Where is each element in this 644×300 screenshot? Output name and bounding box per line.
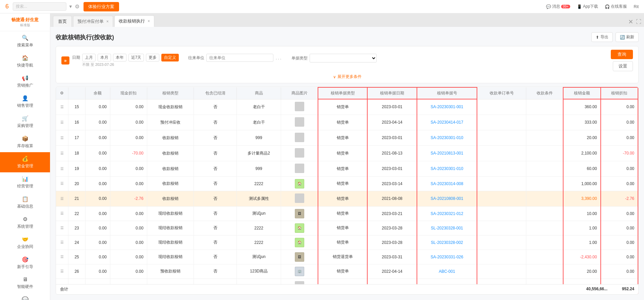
cell-verify-bill-no[interactable]: SA-20230331-026 [417, 250, 477, 264]
maximize-window-btn[interactable]: ⛶ [636, 19, 641, 25]
cell-included-settled: 否 [194, 99, 237, 115]
cell-product: 测试jun [237, 250, 281, 264]
cell-cash-discount: 0.00 [110, 264, 147, 278]
sidebar-item-marketing[interactable]: 📢 营销推广 [0, 72, 50, 92]
cell-index: ☰ [56, 130, 68, 145]
sidebar-item-sales[interactable]: 👤 销售管理 [0, 92, 50, 112]
search-bar[interactable]: 搜索... [13, 2, 66, 11]
col-seq [68, 87, 86, 99]
cell-verify-discount: 0.00 [601, 115, 638, 130]
cell-seq: 20 [68, 176, 86, 191]
cell-verify-discount: 0.00 [601, 176, 638, 191]
cell-seq: 19 [68, 161, 86, 176]
tab-prepay[interactable]: 预付冲应付单 × [73, 16, 113, 27]
partner-input[interactable] [206, 54, 273, 62]
sidebar-item-wechat[interactable]: 💬 企业微信 [0, 293, 50, 300]
cell-receipt-condition [526, 250, 564, 264]
cell-verify-bill-no[interactable]: SL-20230328-001 [417, 221, 477, 235]
cell-verify-discount: -2.76 [601, 191, 638, 206]
sidebar-item-quicknav[interactable]: 🏠 快捷导航 [0, 51, 50, 72]
sidebar-item-inventory[interactable]: 📦 库存核算 [0, 132, 50, 152]
col-product-img: 商品图片 [281, 87, 318, 99]
cell-verify-bill-no[interactable]: SA-20230301-010 [417, 130, 477, 145]
cell-verify-bill-date: 2023-03-28 [367, 235, 417, 250]
cell-verify-bill-no[interactable]: SA-20230301-001 [417, 99, 477, 115]
date-this-month[interactable]: 本月 [98, 54, 111, 61]
cell-verify-bill-no[interactable]: SA-20210808-001 [417, 191, 477, 206]
sidebar-item-basic[interactable]: 📋 基础信息 [0, 192, 50, 213]
tab-verify-close[interactable]: × [148, 19, 150, 24]
cell-cash-discount: 0.00 [110, 99, 147, 115]
ellipsis-icon[interactable]: ... [275, 55, 282, 61]
settings-icon[interactable]: ⚙ [75, 3, 79, 10]
sidebar-item-finance[interactable]: 💰 资金管理 [0, 152, 50, 172]
sidebar: 畅捷通·好生意 标准版 🔍 搜索菜单 🏠 快捷导航 📢 营销推广 👤 销售管理 … [0, 13, 50, 300]
close-window-btn[interactable]: ✕ [628, 18, 633, 26]
cell-balance: 0.00 [86, 221, 110, 235]
cell-receipt-condition [526, 145, 564, 161]
query-button[interactable]: 查询 [611, 50, 633, 59]
bill-type-select[interactable] [310, 54, 377, 62]
date-more[interactable]: 更多 [146, 54, 159, 61]
tab-verify[interactable]: 收款核销执行 × [114, 15, 154, 27]
cell-verify-amount: 3,390.00 [563, 191, 600, 206]
cell-verify-bill-type: 销货单 [318, 130, 367, 145]
cell-verify-bill-type: 销货单 [318, 191, 367, 206]
date-last-month[interactable]: 上月 [82, 54, 96, 61]
cell-verify-bill-no[interactable]: SA-20230301-010 [417, 161, 477, 176]
sidebar-item-hardware[interactable]: 🖥 智能硬件 [0, 273, 50, 293]
cell-receipt-condition [526, 191, 564, 206]
cell-product: 测试多属性 [237, 191, 281, 206]
app-logo: 6 [5, 3, 9, 10]
sidebar-item-purchase[interactable]: 🛒 采购管理 [0, 112, 50, 132]
expand-filter-arrow[interactable]: » [61, 56, 69, 65]
expand-more-conditions[interactable]: ∨ 展开更多条件 [333, 74, 362, 80]
cell-verify-bill-no[interactable]: SA-20230414-017 [417, 115, 477, 130]
cell-verify-bill-no[interactable]: SA-20210813-001 [417, 145, 477, 161]
cell-verify-type: 现结收款核销 [147, 250, 194, 264]
date-7days[interactable]: 近7天 [128, 54, 144, 61]
online-service[interactable]: 🎧 在线客服 [605, 4, 627, 9]
cell-verify-amount: 2,100.00 [563, 145, 600, 161]
cell-receipt-order [477, 161, 526, 176]
cell-verify-type: 收款核销 [147, 145, 194, 161]
sidebar-item-search[interactable]: 🔍 搜索菜单 [0, 31, 50, 51]
cell-receipt-condition [526, 176, 564, 191]
table-row: ☰ 26 0.00 0.00 预收款核销 否 123D商品 🏢 销货单 2022… [56, 264, 638, 278]
sidebar-item-operation[interactable]: 📊 经营管理 [0, 172, 50, 192]
sidebar-item-guide[interactable]: 🎯 新手引导 [0, 253, 50, 273]
cell-verify-bill-no[interactable]: SL-20230328-002 [417, 235, 477, 250]
cell-index: ☰ [56, 250, 68, 264]
tab-home[interactable]: 首页 [53, 16, 72, 27]
date-custom[interactable]: 自定义 [161, 54, 179, 61]
notification-area[interactable]: 💬 消息 99+ [546, 4, 570, 9]
cell-product-img [281, 115, 318, 130]
setting-button[interactable]: 设置 [613, 61, 633, 71]
cell-verify-amount: 60.00 [563, 161, 600, 176]
cell-included-settled: 否 [194, 161, 237, 176]
col-verify-discount: 核销折扣 [601, 87, 638, 99]
user-info[interactable]: Rit [634, 4, 639, 9]
cell-product-img: 🏠 [281, 235, 318, 250]
cell-verify-type: 收款核销 [147, 161, 194, 176]
col-gear[interactable]: ⚙ [56, 87, 68, 99]
cell-index: ☰ [56, 176, 68, 191]
tab-prepay-close[interactable]: × [106, 19, 109, 24]
cell-verify-bill-no[interactable]: SA-20230314-008 [417, 176, 477, 191]
date-this-year[interactable]: 本年 [113, 54, 126, 61]
cell-verify-discount: 0.00 [601, 130, 638, 145]
tab-bar: 首页 预付冲应付单 × 收款核销执行 × ✕ ⛶ [50, 13, 644, 27]
table-row: ☰ 21 0.00 -2.76 收款核销 否 测试多属性 销货单 2021-08… [56, 191, 638, 206]
partner-label: 往来单位 [188, 55, 204, 61]
cell-verify-bill-type: 销货单 [318, 99, 367, 115]
sidebar-item-system[interactable]: ⚙ 系统管理 [0, 213, 50, 233]
refresh-button[interactable]: 🔄 刷新 [615, 32, 639, 42]
cell-verify-bill-no[interactable]: SA-20230321-012 [417, 206, 477, 221]
cell-verify-bill-type: 销货单 [318, 161, 367, 176]
industry-solution-button[interactable]: 体验行业方案 [84, 2, 119, 11]
export-button[interactable]: ⬆ 导出 [591, 32, 613, 42]
cell-verify-bill-no[interactable]: ABC-001 [417, 264, 477, 278]
app-download[interactable]: 📱 App下载 [577, 4, 598, 9]
sidebar-item-enterprise[interactable]: 🤝 企业协同 [0, 233, 50, 253]
cell-product: 2222 [237, 235, 281, 250]
